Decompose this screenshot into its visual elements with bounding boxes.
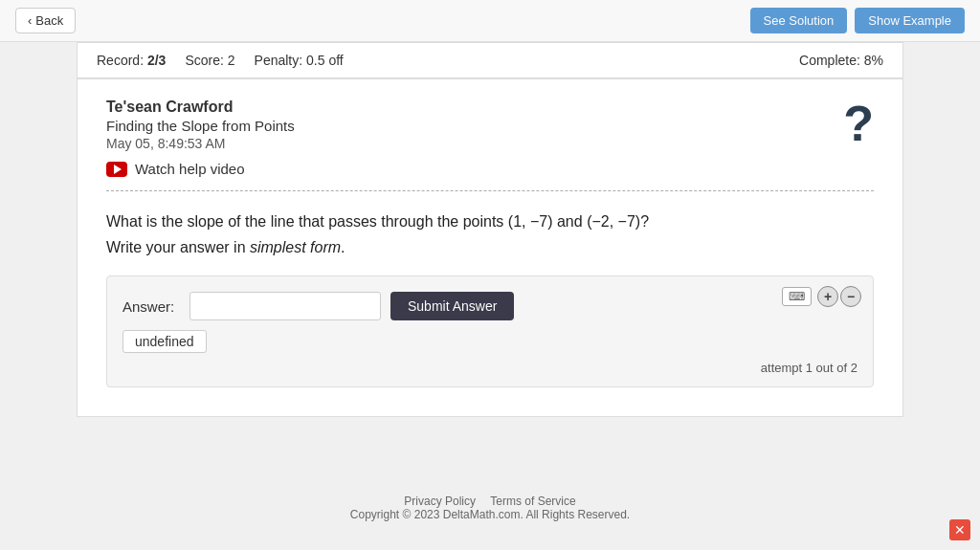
question-mark-icon: ? bbox=[843, 99, 874, 148]
youtube-icon bbox=[106, 162, 127, 177]
close-button[interactable]: ✕ bbox=[949, 519, 970, 540]
penalty-label: Penalty: bbox=[255, 53, 303, 68]
watch-video-label: Watch help video bbox=[135, 161, 245, 177]
problem-question-mark: ? bbox=[640, 213, 649, 230]
problem-text-before: What is the slope of the line that passe… bbox=[106, 213, 503, 230]
watch-video-link[interactable]: Watch help video bbox=[106, 161, 874, 177]
record-value: 2/3 bbox=[147, 53, 166, 68]
attempt-text: attempt 1 out of 2 bbox=[122, 361, 858, 375]
stats-left: Record: 2/3 Score: 2 Penalty: 0.5 off bbox=[97, 53, 344, 68]
zoom-in-button[interactable]: + bbox=[817, 286, 838, 307]
top-bar: ‹ Back See Solution Show Example bbox=[0, 0, 980, 42]
write-label: Write your answer in bbox=[106, 239, 246, 255]
footer: Privacy Policy Terms of Service Copyrigh… bbox=[0, 475, 980, 540]
zoom-controls: + − bbox=[817, 286, 861, 307]
terms-of-service-link[interactable]: Terms of Service bbox=[490, 495, 575, 508]
answer-area: ⌨ + − Answer: Submit Answer undefined at… bbox=[106, 275, 874, 387]
footer-links: Privacy Policy Terms of Service bbox=[19, 495, 961, 508]
back-button[interactable]: ‹ Back bbox=[15, 8, 76, 33]
score-stat: Score: 2 bbox=[185, 53, 234, 68]
stats-right: Complete: 8% bbox=[799, 53, 883, 68]
privacy-policy-link[interactable]: Privacy Policy bbox=[404, 495, 476, 508]
penalty-value: 0.5 off bbox=[306, 53, 344, 68]
see-solution-button[interactable]: See Solution bbox=[750, 8, 848, 33]
period: . bbox=[341, 239, 345, 255]
score-value: 2 bbox=[228, 53, 235, 68]
complete-stat: Complete: 8% bbox=[799, 53, 883, 68]
problem-date: May 05, 8:49:53 AM bbox=[106, 136, 874, 151]
student-name: Te'sean Crawford bbox=[106, 99, 874, 116]
section-divider bbox=[106, 190, 874, 191]
submit-answer-button[interactable]: Submit Answer bbox=[390, 292, 514, 320]
complete-label: Complete: bbox=[799, 53, 860, 68]
record-stat: Record: 2/3 bbox=[97, 53, 166, 68]
zoom-out-button[interactable]: − bbox=[840, 286, 861, 307]
point1: (1, −7) bbox=[508, 213, 557, 230]
problem-text: What is the slope of the line that passe… bbox=[106, 209, 874, 260]
simplest-form-label: simplest form bbox=[250, 239, 341, 255]
show-example-button[interactable]: Show Example bbox=[855, 8, 965, 33]
main-card: ? Te'sean Crawford Finding the Slope fro… bbox=[77, 78, 903, 417]
answer-input[interactable] bbox=[189, 292, 381, 320]
top-bar-left: ‹ Back bbox=[15, 8, 76, 33]
back-label: Back bbox=[35, 13, 63, 28]
answer-toolbar: ⌨ + − bbox=[782, 286, 861, 307]
problem-conjunction: and bbox=[557, 213, 583, 230]
keyboard-button[interactable]: ⌨ bbox=[782, 287, 812, 306]
stats-bar: Record: 2/3 Score: 2 Penalty: 0.5 off Co… bbox=[77, 42, 903, 78]
close-icon: ✕ bbox=[954, 522, 966, 538]
top-bar-right: See Solution Show Example bbox=[750, 8, 965, 33]
answer-label: Answer: bbox=[122, 298, 180, 315]
undefined-badge: undefined bbox=[122, 330, 207, 353]
point2: (−2, −7) bbox=[587, 213, 640, 230]
penalty-stat: Penalty: 0.5 off bbox=[255, 53, 344, 68]
copyright-text: Copyright © 2023 DeltaMath.com. All Righ… bbox=[19, 508, 961, 521]
record-label: Record: bbox=[97, 53, 144, 68]
answer-row: Answer: Submit Answer bbox=[122, 292, 858, 320]
score-label: Score: bbox=[185, 53, 223, 68]
problem-title: Finding the Slope from Points bbox=[106, 118, 874, 134]
complete-value: 8% bbox=[864, 53, 883, 68]
